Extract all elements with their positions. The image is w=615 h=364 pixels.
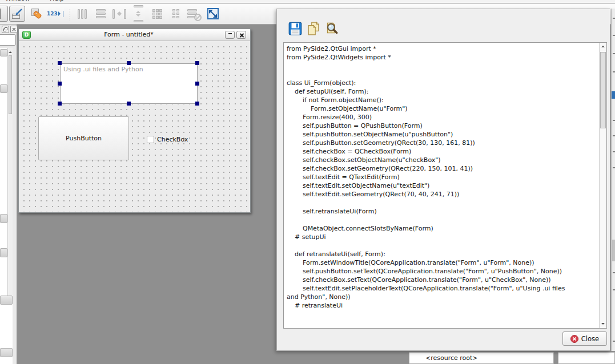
scroll-up-icon[interactable]	[9, 50, 12, 53]
toolbar-button-layout-vertically[interactable]	[93, 6, 108, 22]
widget-category-header[interactable]	[0, 348, 13, 357]
selection-handle[interactable]	[127, 102, 131, 106]
code-preview-dialog: from PySide2.QtGui import * from PySide2…	[276, 9, 610, 351]
selection-handle[interactable]	[195, 61, 199, 65]
form-editor-window: D Form - untitled* Using .ui files and P…	[18, 29, 251, 213]
find-button[interactable]	[324, 21, 339, 36]
code-view[interactable]: from PySide2.QtGui import * from PySide2…	[283, 42, 607, 329]
dock-close-button[interactable]	[10, 26, 18, 33]
scroll-down-icon[interactable]	[600, 319, 606, 328]
widget-filter-input[interactable]	[0, 34, 16, 46]
widget-category-header[interactable]	[0, 214, 7, 223]
close-button[interactable]	[236, 31, 246, 39]
code-scrollbar[interactable]	[599, 43, 606, 328]
horizontal-splitter-icon	[112, 9, 126, 19]
checkbox-indicator[interactable]	[147, 136, 154, 143]
adjust-size-icon	[206, 7, 220, 21]
widget-category-header[interactable]	[0, 248, 7, 257]
toolbar-button-edit-mode[interactable]	[0, 6, 8, 22]
form-canvas[interactable]: Using .ui files and Python PushButton Ch…	[19, 42, 250, 212]
resource-browser-panel: <resource root>	[409, 352, 554, 364]
toolbar-button-adjust-size[interactable]	[205, 6, 221, 22]
selection-handle[interactable]	[58, 82, 62, 86]
close-icon	[570, 335, 578, 343]
copy-icon	[306, 21, 321, 36]
property-editor-sliver	[611, 9, 615, 351]
selection-handle[interactable]	[58, 102, 62, 106]
resource-root-item[interactable]: <resource root>	[409, 353, 553, 363]
save-button[interactable]	[288, 21, 303, 36]
selection-handle[interactable]	[58, 61, 62, 65]
break-layout-disabled-icon	[194, 14, 202, 21]
edit-mode-icon	[0, 7, 6, 20]
toolbar-button-layout-form[interactable]	[168, 6, 184, 22]
vertical-splitter-icon	[134, 5, 143, 22]
vertical-layout-icon	[96, 9, 106, 18]
menu-item-help[interactable]: Help	[50, 0, 64, 2]
grid-layout-icon	[152, 9, 162, 19]
minimize-button[interactable]	[225, 31, 235, 39]
toolbar-button-edit-signals[interactable]	[29, 6, 45, 22]
dialog-close-button[interactable]: Close	[562, 331, 607, 346]
dock-float-button[interactable]	[2, 26, 9, 33]
toolbar-button-break-layout[interactable]	[186, 6, 202, 22]
copy-button[interactable]	[306, 21, 321, 36]
widget-category-header[interactable]	[0, 296, 13, 305]
form-window-title: Form - untitled*	[19, 31, 239, 38]
widget-category-header[interactable]	[0, 49, 7, 56]
form-window-titlebar[interactable]: D Form - untitled*	[19, 29, 250, 41]
tab-order-icon: 123	[47, 11, 58, 17]
scrollbar-thumb[interactable]	[9, 55, 12, 114]
toolbar-button-layout-grid[interactable]	[149, 6, 165, 22]
selection-handle[interactable]	[195, 82, 199, 86]
edit-widgets-icon	[10, 7, 24, 21]
checkbox-widget[interactable]: CheckBox	[147, 135, 188, 144]
textedit-placeholder: Using .ui files and Python	[61, 64, 197, 73]
widget-category-header[interactable]	[0, 84, 7, 93]
signals-slots-icon	[30, 7, 43, 21]
pushbutton-widget[interactable]: PushButton	[38, 116, 129, 160]
selection-handle[interactable]	[127, 61, 131, 65]
toolbar-button-edit-widgets[interactable]	[9, 6, 25, 22]
menu-bar: Window Help	[0, 0, 615, 3]
toolbar-separator	[69, 9, 71, 21]
toolbar-button-layout-splitter-horizontal[interactable]	[111, 6, 127, 22]
toolbar-button-tab-order[interactable]: 123	[47, 6, 63, 22]
search-icon	[324, 21, 339, 36]
form-layout-icon	[172, 9, 179, 18]
textedit-widget[interactable]: Using .ui files and Python	[60, 63, 198, 104]
widget-box-scrollbar[interactable]	[7, 48, 13, 296]
toolbar-button-layout-horizontally[interactable]	[74, 6, 90, 22]
tab-order-arrow-icon	[58, 11, 63, 16]
horizontal-layout-icon	[78, 9, 87, 19]
toolbar-button-layout-splitter-vertical[interactable]	[130, 6, 146, 22]
scroll-up-icon[interactable]	[600, 43, 606, 51]
menu-item-window[interactable]: Window	[5, 0, 30, 2]
checkbox-label: CheckBox	[157, 136, 188, 143]
scrollbar-thumb-sliver	[612, 240, 615, 261]
resource-browser-side-panel	[558, 352, 615, 364]
generated-python-code[interactable]: from PySide2.QtGui import * from PySide2…	[284, 43, 606, 328]
selection-handle[interactable]	[195, 102, 199, 106]
scrollbar-thumb[interactable]	[600, 52, 606, 128]
close-button-label: Close	[581, 335, 599, 343]
widget-box-panel	[0, 25, 17, 364]
save-icon	[288, 21, 303, 36]
selected-row-sliver	[612, 91, 615, 99]
